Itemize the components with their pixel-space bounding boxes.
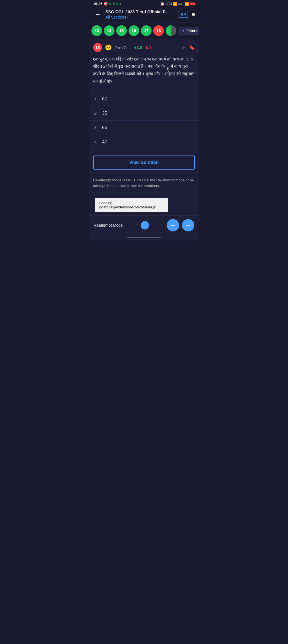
lte2-icon: LTE2 — [165, 2, 172, 5]
question-badge: 18 — [93, 43, 102, 52]
all-sections-dropdown[interactable]: All Sections ▾ — [105, 15, 176, 19]
question-num-17[interactable]: 17 — [141, 25, 152, 36]
option-num-1: 1. — [94, 97, 102, 101]
option-val-3: 56 — [102, 125, 107, 130]
signal-s3: S — [116, 2, 119, 6]
status-bar: 19:25 🎯 S S S • ⏰ LTE2 📶 4G+ 📶 — [89, 0, 199, 7]
negative-marks: -0.5 — [145, 45, 152, 50]
view-solution-section: View Solution — [89, 151, 199, 174]
signal-dot: • — [120, 2, 121, 6]
reattempt-notice: Re-attempt mode is ON. Turn OFF the Re-a… — [89, 174, 199, 195]
signal-s2: S — [113, 2, 115, 6]
navigation-buttons: ← → — [167, 219, 194, 231]
prev-question-button[interactable]: ← — [167, 219, 179, 231]
question-card: 18 😟 2min 7sec +2.0 -0.5 ⚠ 🔖 एक पुरुष, ए… — [89, 39, 199, 90]
all-sections-label: All Sections — [105, 15, 126, 19]
header-icons: E अ ≡ — [179, 11, 195, 18]
time-display: 2min 7sec — [115, 46, 131, 50]
positive-marks: +2.0 — [134, 45, 142, 50]
question-num-19[interactable] — [166, 25, 176, 36]
filters-button[interactable]: ▼ Filters — [178, 27, 199, 35]
reattempt-mode-label: Reattempt Mode — [94, 223, 123, 228]
home-indicator — [89, 235, 199, 240]
header-title-section: SSC CGL 2023 Tier-I Official P... All Se… — [105, 9, 176, 19]
chevron-down-icon: ▾ — [127, 16, 129, 19]
fraction-display: 1 5 — [166, 64, 171, 69]
question-num-18[interactable]: 18 — [153, 25, 164, 36]
option-row-2[interactable]: 2. 35 — [89, 106, 199, 120]
time-display: 19:25 — [93, 2, 102, 6]
loading-bar: Loading [MathJax]/extensions/MathMenu.js — [95, 198, 168, 212]
home-line — [127, 237, 161, 238]
meta-icons: ⚠ 🔖 — [181, 44, 195, 51]
filters-label: Filters — [186, 29, 197, 33]
emotion-icon: 😟 — [105, 44, 112, 51]
battery-icon — [190, 3, 195, 5]
option-val-1: 67 — [102, 96, 107, 102]
book-icon-button[interactable]: E अ — [179, 11, 188, 18]
question-num-13[interactable]: 13 — [91, 25, 102, 36]
view-solution-button[interactable]: View Solution — [93, 156, 195, 170]
question-meta: 18 😟 2min 7sec +2.0 -0.5 ⚠ 🔖 — [93, 43, 195, 52]
option-row-3[interactable]: 3. 56 — [89, 120, 199, 135]
signal-bars: 📶 — [173, 2, 177, 6]
option-num-3: 3. — [94, 125, 102, 130]
filter-icon: ▼ — [182, 29, 185, 33]
signal-icon: 🎯 — [104, 2, 108, 6]
bottom-bar: Reattempt Mode ← → — [89, 215, 199, 235]
option-val-2: 35 — [102, 111, 107, 116]
bookmark-icon[interactable]: 🔖 — [189, 44, 195, 51]
option-num-2: 2. — [94, 111, 102, 116]
option-row-1[interactable]: 1. 67 — [89, 92, 199, 106]
loading-text: Loading [MathJax]/extensions/MathMenu.js — [99, 201, 156, 209]
header: ← SSC CGL 2023 Tier-I Official P... All … — [89, 7, 199, 22]
options-section: 1. 67 2. 35 3. 56 4. 47 — [89, 90, 199, 151]
reattempt-notice-text: Re-attempt mode is ON. Turn OFF the Re-a… — [93, 178, 194, 188]
back-button[interactable]: ← — [93, 10, 103, 19]
reattempt-mode-toggle[interactable] — [141, 221, 149, 229]
next-question-button[interactable]: → — [182, 219, 194, 231]
question-num-14[interactable]: 14 — [104, 25, 114, 36]
option-row-4[interactable]: 4. 47 — [89, 135, 199, 149]
warning-icon[interactable]: ⚠ — [181, 44, 186, 51]
4g-label: 4G+ — [178, 2, 184, 6]
alarm-icon: ⏰ — [160, 2, 165, 6]
status-right: ⏰ LTE2 📶 4G+ 📶 — [160, 2, 195, 6]
fraction-numerator: 1 — [166, 63, 169, 67]
question-num-15[interactable]: 15 — [116, 25, 127, 36]
fraction-denominator: 5 — [166, 67, 169, 70]
loading-section: Loading [MathJax]/extensions/MathMenu.js — [89, 195, 199, 215]
question-strip: 13 14 15 16 17 18 ▼ Filters — [89, 22, 199, 39]
menu-icon-button[interactable]: ≡ — [192, 11, 195, 18]
option-val-4: 47 — [102, 139, 107, 145]
option-num-4: 4. — [94, 140, 102, 144]
book-icon: E अ — [181, 13, 186, 16]
signal-bars-2: 📶 — [185, 2, 189, 6]
question-num-16[interactable]: 16 — [129, 25, 139, 36]
exam-title: SSC CGL 2023 Tier-I Official P... — [105, 9, 176, 14]
question-text: एक पुरुष, एक महिला और एक लड़का एक कार्य … — [93, 55, 195, 85]
signal-s1: S — [109, 2, 112, 6]
